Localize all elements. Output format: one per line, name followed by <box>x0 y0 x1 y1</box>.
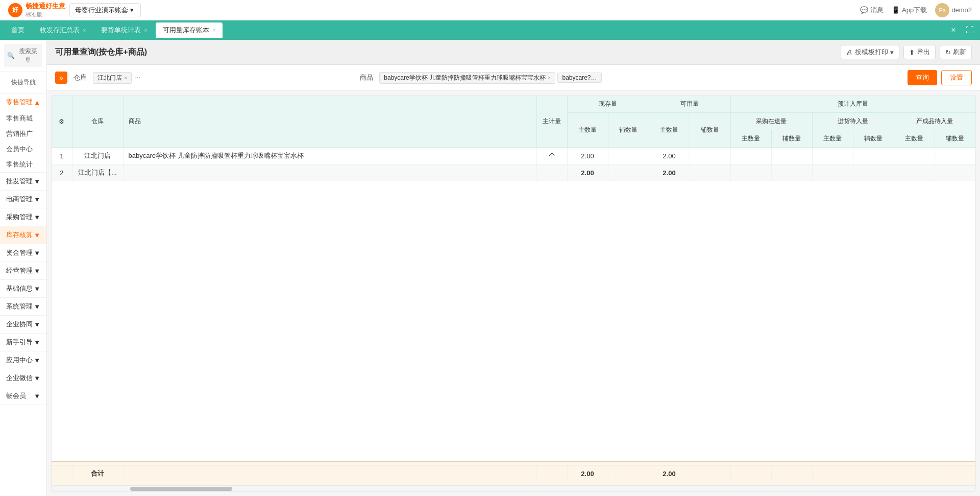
industry-selector-label: 母婴行业演示账套 <box>75 6 128 15</box>
warehouse-dots[interactable]: ··· <box>134 73 140 82</box>
chevron-down-icon6: ▼ <box>34 249 40 257</box>
sidebar-search-label: 搜索菜单 <box>17 47 39 64</box>
sidebar-group-finance-header[interactable]: 资金管理 ▼ <box>0 244 46 262</box>
tab-order-stats-close[interactable]: × <box>144 27 147 33</box>
sidebar-group-retail: 零售管理 ▲ 零售商城 营销推广 会员中心 零售统计 <box>0 93 46 173</box>
sidebar-group-system: 系统管理 ▼ <box>0 298 46 316</box>
nav-tabs-actions: × ⛶ <box>947 24 976 36</box>
sidebar-search-area: 🔍 搜索菜单 <box>0 40 46 72</box>
export-label: 导出 <box>917 48 930 57</box>
th-product-aux: 辅数量 <box>935 130 975 148</box>
th-product: 商品 <box>123 96 536 148</box>
message-btn[interactable]: 💬 消息 <box>860 6 884 15</box>
tab-close-all-btn[interactable]: × <box>947 24 960 36</box>
sidebar-group-enterprise-header[interactable]: 企业协同 ▼ <box>0 316 46 333</box>
tab-available-stock-close[interactable]: × <box>212 27 215 33</box>
sidebar-group-wholesale: 批发管理 ▼ <box>0 173 46 191</box>
subtotal-current-aux <box>608 164 649 181</box>
tab-expand-btn[interactable]: ⛶ <box>964 24 976 36</box>
th-main-unit: 主计量 <box>536 96 567 148</box>
th-gear[interactable]: ⚙ <box>52 96 72 148</box>
sidebar-group-retail-header[interactable]: 零售管理 ▲ <box>0 93 46 111</box>
subtotal-inbound-main <box>812 164 853 181</box>
sidebar-group-purchase-label: 采购管理 <box>6 212 33 222</box>
main-layout: 🔍 搜索菜单 快捷导航 零售管理 ▲ 零售商城 营销推广 会员中心 零售统计 批… <box>0 40 980 496</box>
user-area[interactable]: Ea demo2 <box>935 3 972 17</box>
chevron-down-icon14: ▼ <box>34 392 40 400</box>
sidebar-group-appcenter-label: 应用中心 <box>6 356 33 365</box>
product-tag-close[interactable]: × <box>548 75 551 81</box>
refresh-btn[interactable]: ↻ 刷新 <box>940 45 972 59</box>
tab-receive-summary[interactable]: 收发存汇总表 × <box>33 22 93 38</box>
tab-order-stats[interactable]: 要货单统计表 × <box>94 22 154 38</box>
product-tags-area: babycare学饮杯 儿童防摔防撞吸管杯重力球吸嘴杯宝宝水杯 × babyca… <box>379 72 901 84</box>
sidebar-group-wxwork-label: 企业微信 <box>6 373 33 383</box>
sidebar-group-finance-label: 资金管理 <box>6 248 33 257</box>
settings-btn[interactable]: 设置 <box>941 70 972 85</box>
sidebar-quick-nav: 快捷导航 <box>0 72 46 93</box>
tab-receive-summary-close[interactable]: × <box>83 27 86 33</box>
export-icon: ⬆ <box>909 49 915 56</box>
th-purchase-main: 主数量 <box>730 130 771 148</box>
subtotal-product <box>123 164 536 181</box>
th-current-stock-group: 现存量 <box>567 96 649 113</box>
quick-nav-link[interactable]: 快捷导航 <box>4 76 42 89</box>
sidebar-item-retail-stats-label: 零售统计 <box>6 160 33 169</box>
sidebar-group-purchase-header[interactable]: 采购管理 ▼ <box>0 208 46 226</box>
tab-home[interactable]: 首页 <box>4 22 32 38</box>
chevron-down-icon2: ▼ <box>34 178 40 185</box>
sidebar-item-marketing[interactable]: 营销推广 <box>0 126 46 141</box>
cell-current-aux <box>608 148 649 164</box>
sidebar-group-wholesale-header[interactable]: 批发管理 ▼ <box>0 173 46 190</box>
filter-expand-btn[interactable]: » <box>55 72 67 84</box>
cell-unit: 个 <box>536 148 567 164</box>
chevron-down-icon10: ▼ <box>34 321 40 328</box>
sidebar-group-retail-label: 零售管理 <box>6 98 33 107</box>
total-available-main: 2.00 <box>649 465 690 482</box>
sidebar-group-wholesale-label: 批发管理 <box>6 177 33 186</box>
sidebar-group-operation-label: 经营管理 <box>6 266 33 275</box>
sidebar-item-retail-mall[interactable]: 零售商城 <box>0 111 46 126</box>
chevron-down-icon4: ▼ <box>34 214 40 221</box>
subtotal-product-main <box>894 164 935 181</box>
app-download-btn[interactable]: 📱 App下载 <box>892 6 927 15</box>
print-template-btn[interactable]: 🖨 按模板打印 ▾ <box>841 45 899 59</box>
sidebar-group-ecommerce-label: 电商管理 <box>6 195 33 204</box>
tab-available-stock[interactable]: 可用量库存账本 × <box>156 22 223 38</box>
table-header-row-1: ⚙ 仓库 商品 主计量 现存量 可用量 预计入库量 <box>52 96 975 113</box>
logo-area: 好 畅捷通好生意 标准版 <box>8 2 65 18</box>
cell-current-main: 2.00 <box>567 148 608 164</box>
sidebar-group-system-header[interactable]: 系统管理 ▼ <box>0 298 46 315</box>
th-available-group: 可用量 <box>649 96 730 113</box>
sidebar-search-btn[interactable]: 🔍 搜索菜单 <box>4 44 42 67</box>
sidebar-item-marketing-label: 营销推广 <box>6 129 33 138</box>
table-scrollbar[interactable] <box>52 485 975 491</box>
sidebar-group-appcenter-header[interactable]: 应用中心 ▼ <box>0 351 46 369</box>
sidebar-group-wxwork-header[interactable]: 企业微信 ▼ <box>0 369 46 387</box>
logo-icon: 好 <box>8 3 22 17</box>
sidebar-group-operation-header[interactable]: 经营管理 ▼ <box>0 262 46 279</box>
industry-selector[interactable]: 母婴行业演示账套 ▾ <box>69 3 141 17</box>
refresh-label: 刷新 <box>953 48 966 57</box>
th-current-main: 主数量 <box>567 113 608 148</box>
sidebar-item-member[interactable]: 会员中心 <box>0 141 46 157</box>
sidebar-group-newguide-header[interactable]: 新手引导 ▼ <box>0 334 46 351</box>
username-label: demo2 <box>951 6 972 14</box>
total-product-main <box>894 465 935 482</box>
sidebar-group-wxwork: 企业微信 ▼ <box>0 369 46 387</box>
total-current-main: 2.00 <box>567 465 608 482</box>
sidebar-group-inventory-header[interactable]: 库存核算 ▼ <box>0 226 46 244</box>
sidebar-item-retail-stats[interactable]: 零售统计 <box>0 157 46 172</box>
export-btn[interactable]: ⬆ 导出 <box>903 45 936 59</box>
sidebar-group-basic-header[interactable]: 基础信息 ▼ <box>0 280 46 297</box>
sidebar-group-member2-label: 畅会员 <box>6 391 26 400</box>
sidebar-group-ecommerce-header[interactable]: 电商管理 ▼ <box>0 191 46 208</box>
query-btn[interactable]: 查询 <box>908 70 937 85</box>
refresh-icon: ↻ <box>945 49 951 56</box>
cell-available-aux <box>690 148 730 164</box>
sidebar-group-member2: 畅会员 ▼ <box>0 387 46 405</box>
warehouse-tag-close[interactable]: × <box>124 75 127 81</box>
sidebar-group-member2-header[interactable]: 畅会员 ▼ <box>0 387 46 405</box>
scroll-thumb[interactable] <box>130 487 232 491</box>
th-product-main: 主数量 <box>894 130 935 148</box>
